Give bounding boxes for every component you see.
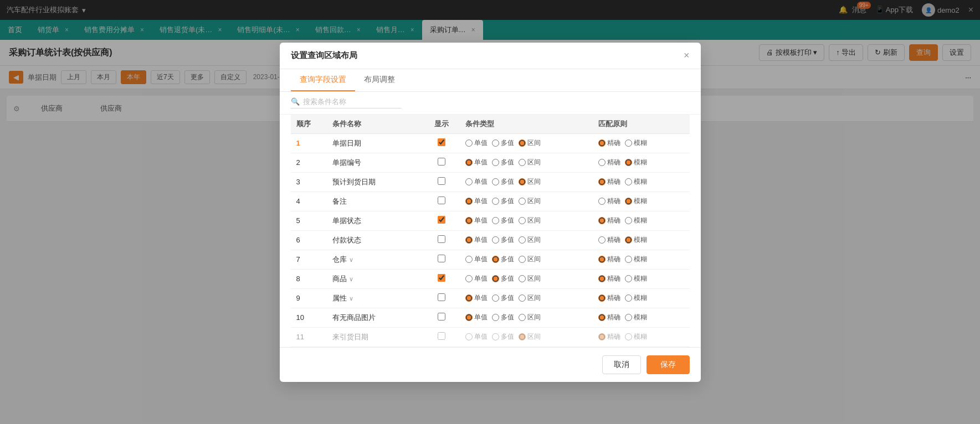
- cancel-button[interactable]: 取消: [602, 355, 641, 374]
- radio-match-模糊[interactable]: 模糊: [625, 235, 647, 245]
- radio-type-区间[interactable]: 区间: [519, 216, 541, 225]
- radio-match-精确[interactable]: 精确: [598, 274, 620, 283]
- expand-icon[interactable]: ∨: [349, 295, 353, 302]
- radio-match-模糊[interactable]: 模糊: [625, 158, 647, 167]
- modal-footer: 取消 保存: [280, 347, 701, 382]
- radio-type-单值[interactable]: 单值: [465, 177, 488, 187]
- tab-layout-adjust[interactable]: 布局调整: [355, 69, 404, 91]
- radio-match-精确[interactable]: 精确: [598, 313, 620, 322]
- radio-type-单值[interactable]: 单值: [465, 313, 488, 322]
- radio-match-模糊[interactable]: 模糊: [625, 313, 647, 322]
- radio-match-精确[interactable]: 精确: [598, 138, 620, 148]
- cell-type: 单值多值区间: [460, 153, 593, 172]
- radio-match-模糊[interactable]: 模糊: [625, 216, 647, 225]
- radio-type-单值[interactable]: 单值: [465, 332, 488, 342]
- display-checkbox[interactable]: [438, 216, 445, 224]
- condition-name: 商品: [332, 275, 347, 283]
- radio-match-模糊[interactable]: 模糊: [625, 138, 647, 148]
- radio-type-多值[interactable]: 多值: [492, 255, 514, 264]
- table-header-row: 顺序 条件名称 显示 条件类型 匹配原则: [291, 115, 690, 134]
- radio-type-区间[interactable]: 区间: [519, 313, 541, 322]
- display-checkbox[interactable]: [438, 274, 445, 282]
- cell-display[interactable]: [423, 172, 459, 192]
- radio-type-单值[interactable]: 单值: [465, 138, 488, 148]
- radio-type-单值[interactable]: 单值: [465, 158, 488, 167]
- radio-type-多值[interactable]: 多值: [492, 332, 514, 342]
- cell-display[interactable]: [423, 192, 459, 211]
- radio-type-单值[interactable]: 单值: [465, 293, 488, 303]
- display-checkbox[interactable]: [438, 138, 445, 146]
- radio-type-多值[interactable]: 多值: [492, 158, 514, 167]
- display-checkbox[interactable]: [438, 235, 445, 243]
- table-row: 9属性 ∨单值多值区间精确模糊: [291, 288, 690, 308]
- radio-match-模糊[interactable]: 模糊: [625, 197, 647, 206]
- radio-match-精确[interactable]: 精确: [598, 216, 620, 225]
- radio-type-多值[interactable]: 多值: [492, 293, 514, 303]
- cell-display[interactable]: [423, 211, 459, 230]
- cell-type: 单值多值区间: [460, 230, 593, 250]
- radio-type-多值[interactable]: 多值: [492, 138, 514, 148]
- cell-display[interactable]: [423, 133, 459, 153]
- radio-match-模糊[interactable]: 模糊: [625, 177, 647, 187]
- display-checkbox[interactable]: [438, 293, 445, 301]
- cell-display[interactable]: [423, 153, 459, 172]
- radio-type-区间[interactable]: 区间: [519, 332, 541, 342]
- save-button[interactable]: 保存: [647, 355, 690, 374]
- cell-display[interactable]: [423, 230, 459, 250]
- cell-display[interactable]: [423, 269, 459, 288]
- display-checkbox[interactable]: [438, 158, 445, 166]
- radio-type-多值[interactable]: 多值: [492, 177, 514, 187]
- radio-type-多值[interactable]: 多值: [492, 274, 514, 283]
- radio-match-精确[interactable]: 精确: [598, 255, 620, 264]
- radio-match-模糊[interactable]: 模糊: [625, 293, 647, 303]
- cell-type: 单值多值区间: [460, 327, 593, 347]
- expand-icon[interactable]: ∨: [349, 256, 353, 263]
- radio-match-精确[interactable]: 精确: [598, 197, 620, 206]
- radio-match-模糊[interactable]: 模糊: [625, 255, 647, 264]
- radio-type-多值[interactable]: 多值: [492, 313, 514, 322]
- radio-match-精确[interactable]: 精确: [598, 332, 620, 342]
- cell-display[interactable]: [423, 327, 459, 347]
- radio-match-精确[interactable]: 精确: [598, 177, 620, 187]
- radio-type-区间[interactable]: 区间: [519, 177, 541, 187]
- radio-type-区间[interactable]: 区间: [519, 293, 541, 303]
- radio-type-单值[interactable]: 单值: [465, 197, 488, 206]
- cell-match: 精确模糊: [593, 327, 690, 347]
- radio-type-单值[interactable]: 单值: [465, 216, 488, 225]
- radio-type-多值[interactable]: 多值: [492, 216, 514, 225]
- cell-match: 精确模糊: [593, 172, 690, 192]
- radio-match-精确[interactable]: 精确: [598, 235, 620, 245]
- order-number: 1: [296, 139, 300, 147]
- expand-icon[interactable]: ∨: [349, 276, 353, 282]
- radio-type-区间[interactable]: 区间: [519, 274, 541, 283]
- radio-type-单值[interactable]: 单值: [465, 235, 488, 245]
- cell-display[interactable]: [423, 288, 459, 308]
- cell-display[interactable]: [423, 308, 459, 327]
- display-checkbox[interactable]: [438, 332, 445, 340]
- display-checkbox[interactable]: [438, 197, 445, 204]
- radio-match-精确[interactable]: 精确: [598, 158, 620, 167]
- radio-type-区间[interactable]: 区间: [519, 235, 541, 245]
- radio-type-区间[interactable]: 区间: [519, 255, 541, 264]
- search-input[interactable]: [303, 97, 402, 106]
- radio-type-多值[interactable]: 多值: [492, 235, 514, 245]
- radio-type-区间[interactable]: 区间: [519, 158, 541, 167]
- cell-type: 单值多值区间: [460, 133, 593, 153]
- search-wrap: 🔍: [291, 97, 402, 108]
- radio-type-区间[interactable]: 区间: [519, 138, 541, 148]
- display-checkbox[interactable]: [438, 313, 445, 320]
- radio-match-精确[interactable]: 精确: [598, 293, 620, 303]
- radio-type-多值[interactable]: 多值: [492, 197, 514, 206]
- radio-match-模糊[interactable]: 模糊: [625, 332, 647, 342]
- cell-display[interactable]: [423, 250, 459, 269]
- display-checkbox[interactable]: [438, 177, 445, 185]
- radio-type-区间[interactable]: 区间: [519, 197, 541, 206]
- radio-type-单值[interactable]: 单值: [465, 274, 488, 283]
- tab-query-fields[interactable]: 查询字段设置: [291, 69, 355, 91]
- modal-close-button[interactable]: ×: [684, 50, 690, 60]
- display-checkbox[interactable]: [438, 255, 445, 262]
- search-icon: 🔍: [291, 97, 300, 106]
- radio-type-单值[interactable]: 单值: [465, 255, 488, 264]
- table-row: 8商品 ∨单值多值区间精确模糊: [291, 269, 690, 288]
- radio-match-模糊[interactable]: 模糊: [625, 274, 647, 283]
